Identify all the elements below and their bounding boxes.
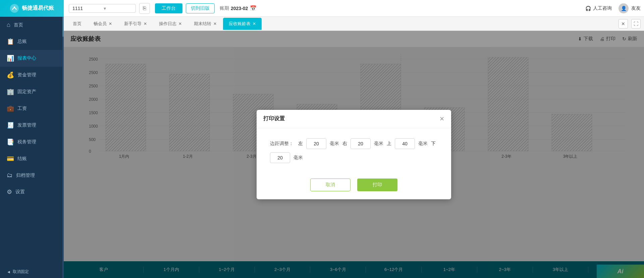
copy-icon: ⎘: [143, 5, 146, 11]
tab-label: 操作日志: [159, 21, 176, 27]
headset-icon: 🎧: [585, 6, 591, 11]
avatar: 👤: [619, 3, 629, 13]
sidebar-label-settings: 设置: [15, 189, 25, 195]
calendar-icon[interactable]: 📅: [250, 5, 257, 11]
tab-close-icon[interactable]: ✕: [109, 21, 112, 26]
print-settings-modal: 打印设置 ✕ 边距调整： 左 毫米 右 毫米 上: [257, 110, 451, 199]
tabs-container: 首页畅会员✕新手引导✕操作日志✕期末结转✕应收账龄表✕: [67, 18, 262, 30]
sidebar-item-invoice[interactable]: 🧾发票管理: [0, 117, 64, 134]
svg-point-0: [10, 4, 19, 13]
header-right: 🎧 人工咨询 👤 友友: [585, 3, 641, 13]
modal-header: 打印设置 ✕: [257, 110, 451, 128]
tab-label: 应收账龄表: [229, 21, 251, 27]
tab-close-icon[interactable]: ✕: [253, 21, 256, 26]
cancel-button[interactable]: 取消: [310, 179, 351, 191]
svg-point-1: [14, 6, 15, 8]
sidebar-item-settings[interactable]: ⚙设置: [0, 184, 64, 200]
tabs-bar: 首页畅会员✕新手引导✕操作日志✕期末结转✕应收账龄表✕ ✕ ⛶: [64, 17, 644, 31]
sidebar-item-tax[interactable]: 📑税务管理: [0, 134, 64, 150]
ledger-icon: 📋: [7, 38, 14, 45]
bottom-margin-input[interactable]: [270, 152, 290, 163]
modal-title: 打印设置: [263, 115, 285, 122]
collapse-icon: ◄: [7, 270, 11, 274]
tab-操作日志[interactable]: 操作日志✕: [153, 18, 187, 30]
sidebar: ⌂首页📋总账📊报表中心💰资金管理🏢固定资产💼工资🧾发票管理📑税务管理💳结账🗂归档…: [0, 17, 64, 278]
tab-label: 畅会员: [94, 21, 107, 27]
tab-close-icon[interactable]: ✕: [144, 21, 147, 26]
sidebar-label-settle: 结账: [17, 156, 27, 162]
sidebar-item-ledger[interactable]: 📋总账: [0, 33, 64, 50]
modal-close-button[interactable]: ✕: [439, 115, 444, 123]
logo-text: 畅捷通易代账: [22, 5, 54, 12]
logo-icon: [10, 4, 19, 13]
sidebar-item-assets[interactable]: 🏢固定资产: [0, 83, 64, 100]
switch-old-button[interactable]: 切到旧版: [186, 3, 215, 13]
sidebar-label-ledger: 总账: [17, 39, 27, 45]
user-area[interactable]: 👤 友友: [619, 3, 641, 13]
reports-icon: 📊: [7, 55, 14, 62]
sidebar-label-tax: 税务管理: [17, 139, 36, 145]
sidebar-collapse-button[interactable]: ◄ 取消固定: [0, 266, 64, 278]
collapse-label: 取消固定: [13, 269, 29, 275]
tab-应收账龄表[interactable]: 应收账龄表✕: [223, 18, 262, 30]
workbench-button[interactable]: 工作台: [155, 3, 182, 13]
archive-icon: 🗂: [7, 172, 13, 179]
tab-畅会员[interactable]: 畅会员✕: [88, 18, 118, 30]
margin-row: 边距调整： 左 毫米 右 毫米 上 毫米 下 毫米: [270, 138, 438, 163]
period-area: 账期 2023-02 📅: [220, 5, 257, 11]
invoice-icon: 🧾: [7, 122, 14, 129]
main-layout: ⌂首页📋总账📊报表中心💰资金管理🏢固定资产💼工资🧾发票管理📑税务管理💳结账🗂归档…: [0, 17, 644, 278]
modal-footer: 取消 打印: [257, 173, 451, 199]
company-selector[interactable]: 1111 ▾: [69, 4, 136, 13]
top-unit: 毫米: [418, 141, 428, 147]
logo: 畅捷通易代账: [0, 0, 64, 17]
right-margin-input[interactable]: [351, 138, 371, 149]
print-confirm-button[interactable]: 打印: [357, 179, 397, 191]
sidebar-item-reports[interactable]: 📊报表中心: [0, 50, 64, 67]
user-label: 友友: [631, 5, 641, 11]
sidebar-items: ⌂首页📋总账📊报表中心💰资金管理🏢固定资产💼工资🧾发票管理📑税务管理💳结账🗂归档…: [0, 17, 64, 200]
settle-icon: 💳: [7, 155, 14, 162]
sidebar-item-salary[interactable]: 💼工资: [0, 100, 64, 117]
modal-body: 边距调整： 左 毫米 右 毫米 上 毫米 下 毫米: [257, 128, 451, 173]
sidebar-item-funds[interactable]: 💰资金管理: [0, 67, 64, 83]
left-unit: 毫米: [330, 141, 339, 147]
sidebar-item-archive[interactable]: 🗂归档管理: [0, 167, 64, 184]
margin-label: 边距调整：: [270, 141, 293, 147]
tab-新手引导[interactable]: 新手引导✕: [118, 18, 153, 30]
tab-label: 期末结转: [194, 21, 211, 27]
period-label: 账期: [220, 5, 229, 11]
tab-label: 新手引导: [124, 21, 142, 27]
tab-close-icon[interactable]: ✕: [178, 21, 182, 26]
settings-icon: ⚙: [7, 188, 12, 196]
sidebar-label-funds: 资金管理: [17, 72, 36, 78]
user-icon: 👤: [621, 6, 627, 11]
bottom-direction-label: 下: [431, 141, 436, 147]
tab-首页[interactable]: 首页: [67, 18, 87, 30]
sidebar-label-home: 首页: [14, 22, 23, 28]
maximize-tab-button[interactable]: ⛶: [631, 19, 641, 28]
page-content: 应收账龄表 ⬇ 下载 🖨 打印 ↻ 刷新: [64, 31, 644, 278]
top-margin-input[interactable]: [395, 138, 415, 149]
company-name: 1111: [72, 6, 101, 11]
header: 畅捷通易代账 1111 ▾ ⎘ 工作台 切到旧版 账期 2023-02 📅 🎧 …: [0, 0, 644, 17]
salary-icon: 💼: [7, 105, 14, 112]
service-button[interactable]: 🎧 人工咨询: [585, 5, 612, 11]
content-area: 首页畅会员✕新手引导✕操作日志✕期末结转✕应收账龄表✕ ✕ ⛶ 应收账龄表 ⬇ …: [64, 17, 644, 278]
home-icon: ⌂: [7, 21, 10, 28]
sidebar-label-reports: 报表中心: [17, 55, 36, 61]
period-value: 2023-02: [231, 6, 248, 11]
sidebar-item-settle[interactable]: 💳结账: [0, 150, 64, 167]
tab-close-icon[interactable]: ✕: [213, 21, 217, 26]
close-tab-button[interactable]: ✕: [619, 19, 628, 28]
tabs-right-actions: ✕ ⛶: [619, 19, 641, 28]
modal-overlay: 打印设置 ✕ 边距调整： 左 毫米 右 毫米 上: [64, 31, 644, 278]
left-direction-label: 左: [298, 141, 303, 147]
sidebar-label-assets: 固定资产: [17, 89, 36, 95]
tab-label: 首页: [73, 21, 82, 27]
left-margin-input[interactable]: [306, 138, 326, 149]
sidebar-item-home[interactable]: ⌂首页: [0, 17, 64, 33]
copy-icon-button[interactable]: ⎘: [139, 3, 150, 14]
tab-期末结转[interactable]: 期末结转✕: [188, 18, 222, 30]
service-label: 人工咨询: [593, 5, 612, 11]
